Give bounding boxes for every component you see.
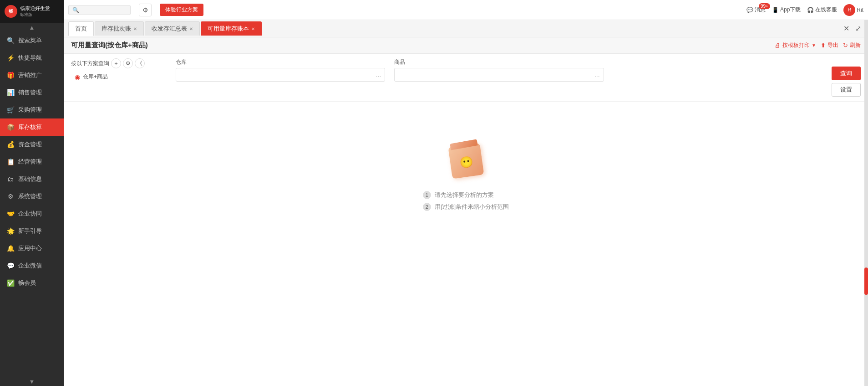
guide-icon: 🌟 [6, 227, 15, 235]
empty-hint-1: 1 请先选择要分析的方案 [423, 191, 509, 199]
finance-icon: 💰 [6, 140, 15, 149]
topbar: 🔍 ⚙ 体验行业方案 💬 消息 99+ 📱 App下载 🎧 在线客服 [64, 0, 868, 20]
tab-available[interactable]: 可用量库存账本 ✕ [201, 21, 262, 36]
settings-icon: ⚙ [142, 6, 148, 14]
empty-state: 😶 1 请先选择要分析的方案 2 用[过滤]条件来缩小分析范围 [64, 102, 868, 247]
tabbar: 首页 库存批次账 ✕ 收发存汇总表 ✕ 可用量库存账本 ✕ ✕ ⤢ [64, 20, 868, 37]
sidebar-scroll-up[interactable]: ▲ [0, 23, 64, 32]
tab-batch[interactable]: 库存批次账 ✕ [95, 21, 144, 36]
print-template-button[interactable]: 🖨 按模板打印 ▼ [775, 41, 816, 49]
filter-label: 按以下方案查询 ＋ ⚙ 《 [71, 58, 171, 68]
product-field: 商品 ... [394, 58, 604, 82]
tab-available-close[interactable]: ✕ [251, 26, 255, 31]
topbar-settings-button[interactable]: ⚙ [139, 4, 152, 16]
scheme-icon: ◉ [75, 73, 80, 81]
message-icon: 💬 [746, 7, 753, 13]
operation-icon: 📋 [6, 158, 15, 166]
filter-add-button[interactable]: ＋ [111, 58, 121, 68]
warehouse-input-box[interactable]: ... [176, 68, 385, 82]
warehouse-field: 仓库 ... [176, 58, 385, 82]
sidebar-item-apps[interactable]: 🔔 应用中心 [0, 240, 64, 257]
sidebar-item-member[interactable]: ✅ 畅会员 [0, 274, 64, 292]
product-picker-button[interactable]: ... [594, 71, 600, 78]
tab-summary[interactable]: 收发存汇总表 ✕ [145, 21, 200, 36]
marketing-icon: 🎁 [6, 71, 15, 79]
page-content: 可用量查询(按仓库+商品) 🖨 按模板打印 ▼ ⬆ 导出 ↻ 刷新 [64, 37, 868, 386]
sidebar-item-shortcut[interactable]: ⚡ 快捷导航 [0, 49, 64, 67]
sidebar-tag: 标准版 [20, 12, 50, 18]
warehouse-picker-button[interactable]: ... [376, 71, 381, 78]
purchase-icon: 🛒 [6, 106, 15, 114]
phone-icon: 📱 [772, 7, 779, 13]
sidebar-logo: 畅 [5, 5, 17, 18]
settings-outline-button[interactable]: 设置 [832, 83, 861, 97]
shortcut-icon: ⚡ [6, 54, 15, 62]
avatar: R [843, 4, 855, 16]
tab-home[interactable]: 首页 [68, 21, 94, 36]
sidebar-item-sales[interactable]: 📊 销售管理 [0, 84, 64, 101]
sidebar-menu: 🔍 搜索菜单 ⚡ 快捷导航 🎁 营销推广 📊 销售管理 🛒 采购管理 📦 库存核… [0, 32, 64, 377]
sidebar-brand: 畅康通好生意 [20, 5, 50, 11]
product-input-box[interactable]: ... [394, 68, 604, 82]
refresh-button[interactable]: ↻ 刷新 [843, 41, 861, 49]
topbar-left: 🔍 ⚙ 体验行业方案 [68, 4, 203, 16]
sidebar-scroll-down[interactable]: ▼ [0, 377, 64, 386]
sidebar-item-system[interactable]: ⚙ 系统管理 [0, 188, 64, 205]
sidebar-item-inventory[interactable]: 📦 库存核算 [0, 118, 64, 136]
export-icon: ⬆ [821, 42, 826, 49]
topbar-search-input[interactable] [81, 7, 127, 13]
app-download-button[interactable]: 📱 App下载 [772, 6, 801, 14]
page-header: 可用量查询(按仓库+商品) 🖨 按模板打印 ▼ ⬆ 导出 ↻ 刷新 [64, 37, 868, 54]
sidebar-item-search[interactable]: 🔍 搜索菜单 [0, 32, 64, 49]
filter-scheme-item[interactable]: ◉ 仓库+商品 [71, 70, 171, 83]
online-service-button[interactable]: 🎧 在线客服 [807, 6, 837, 14]
message-button[interactable]: 💬 消息 99+ [746, 6, 766, 14]
topbar-search-box[interactable]: 🔍 [68, 5, 131, 15]
apps-icon: 🔔 [6, 244, 15, 252]
tab-summary-close[interactable]: ✕ [189, 26, 193, 31]
sidebar-item-guide[interactable]: 🌟 新手引导 [0, 222, 64, 240]
product-input[interactable] [398, 72, 593, 78]
empty-box-icon: 😶 [448, 143, 484, 179]
sidebar-item-cooperation[interactable]: 🤝 企业协同 [0, 205, 64, 222]
empty-hint-2: 2 用[过滤]条件来缩小分析范围 [423, 203, 509, 211]
filter-actions: ＋ ⚙ 《 [111, 58, 145, 68]
right-scrollbar[interactable] [864, 20, 868, 386]
export-button[interactable]: ⬆ 导出 [821, 41, 838, 49]
dropdown-arrow: ▼ [812, 43, 816, 48]
filter-settings-button[interactable]: ⚙ [123, 58, 133, 68]
page-title: 可用量查询(按仓库+商品) [71, 41, 148, 50]
sidebar-item-basic[interactable]: 🗂 基础信息 [0, 170, 64, 188]
filter-area: 按以下方案查询 ＋ ⚙ 《 ◉ 仓库+商品 仓库 . [64, 54, 868, 102]
basic-icon: 🗂 [6, 175, 15, 183]
user-profile[interactable]: R Rit [843, 4, 863, 16]
industry-solution-button[interactable]: 体验行业方案 [160, 4, 203, 16]
system-icon: ⚙ [6, 192, 15, 201]
sales-icon: 📊 [6, 88, 15, 97]
sidebar-item-wechat[interactable]: 💬 企业微信 [0, 257, 64, 274]
inventory-icon: 📦 [6, 123, 15, 131]
sidebar-item-finance[interactable]: 💰 资金管理 [0, 136, 64, 153]
tab-expand-button[interactable]: ⤢ [853, 23, 863, 34]
query-actions: 查询 设置 [832, 58, 861, 97]
main-area: 🔍 ⚙ 体验行业方案 💬 消息 99+ 📱 App下载 🎧 在线客服 [64, 0, 868, 386]
search-icon: 🔍 [6, 36, 15, 45]
sidebar-header: 畅 畅康通好生意 标准版 [0, 0, 64, 23]
service-icon: 🎧 [807, 7, 814, 13]
sidebar-item-marketing[interactable]: 🎁 营销推广 [0, 67, 64, 84]
wechat-icon: 💬 [6, 262, 15, 270]
topbar-search-icon: 🔍 [72, 7, 79, 13]
cooperation-icon: 🤝 [6, 210, 15, 218]
tab-batch-close[interactable]: ✕ [133, 26, 137, 31]
query-button[interactable]: 查询 [832, 67, 861, 80]
empty-illustration: 😶 [443, 138, 489, 184]
sidebar-item-purchase[interactable]: 🛒 采购管理 [0, 101, 64, 118]
sidebar-item-operation[interactable]: 📋 经营管理 [0, 153, 64, 170]
tab-close-button[interactable]: ✕ [841, 23, 852, 34]
topbar-right: 💬 消息 99+ 📱 App下载 🎧 在线客服 R Rit [746, 4, 863, 16]
empty-hints: 1 请先选择要分析的方案 2 用[过滤]条件来缩小分析范围 [423, 191, 509, 211]
warehouse-input[interactable] [180, 72, 374, 78]
sidebar: 畅 畅康通好生意 标准版 ▲ 🔍 搜索菜单 ⚡ 快捷导航 🎁 营销推广 📊 销售… [0, 0, 64, 386]
scrollbar-thumb[interactable] [864, 268, 868, 295]
filter-collapse-button[interactable]: 《 [135, 58, 145, 68]
